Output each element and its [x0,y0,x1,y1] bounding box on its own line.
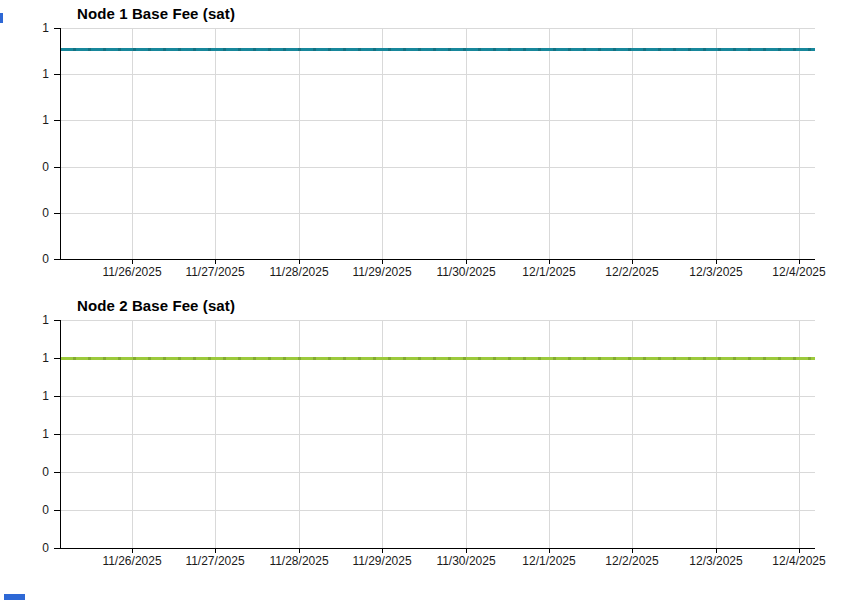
y-tick-label: 0 [19,207,49,219]
chart-title-node1: Node 1 Base Fee (sat) [77,5,235,22]
plot-area-node2: 111100011/26/202511/27/202511/28/202511/… [60,320,815,549]
series-line-node1 [61,48,815,51]
x-tick-label: 11/29/2025 [340,265,424,279]
h-gridline [61,510,815,511]
x-tick-mark [716,259,717,264]
h-gridline [61,120,815,121]
h-gridline [61,74,815,75]
h-gridline [61,320,815,321]
h-gridline [61,472,815,473]
x-tick-label: 12/1/2025 [507,265,591,279]
v-gridline [466,320,467,548]
y-tick-mark [54,396,60,397]
y-tick-mark [54,510,60,511]
v-gridline [132,28,133,259]
x-tick-label: 12/4/2025 [757,554,841,568]
y-tick-mark [54,548,60,549]
x-tick-label: 11/26/2025 [90,265,174,279]
h-gridline [61,28,815,29]
x-tick-label: 12/4/2025 [757,265,841,279]
v-gridline [132,320,133,548]
v-gridline [215,28,216,259]
x-tick-mark [549,548,550,553]
x-tick-mark [466,259,467,264]
v-gridline [799,320,800,548]
x-tick-mark [799,548,800,553]
v-gridline [632,28,633,259]
v-gridline [382,28,383,259]
x-tick-mark [549,259,550,264]
x-tick-label: 11/30/2025 [424,554,508,568]
x-tick-label: 11/30/2025 [424,265,508,279]
x-tick-label: 11/29/2025 [340,554,424,568]
x-tick-label: 12/2/2025 [590,265,674,279]
v-gridline [299,28,300,259]
y-tick-label: 1 [19,390,49,402]
x-tick-mark [632,548,633,553]
v-gridline [716,28,717,259]
v-gridline [632,320,633,548]
y-tick-mark [54,358,60,359]
x-tick-mark [632,259,633,264]
y-tick-label: 1 [19,428,49,440]
y-tick-label: 0 [19,504,49,516]
x-tick-mark [215,548,216,553]
y-tick-mark [54,28,60,29]
plot-area-node1: 11100011/26/202511/27/202511/28/202511/2… [60,28,815,260]
y-tick-label: 0 [19,542,49,554]
x-tick-label: 12/2/2025 [590,554,674,568]
x-tick-mark [132,259,133,264]
h-gridline [61,167,815,168]
x-tick-mark [382,548,383,553]
blue-artifact-bottom-left [4,594,25,600]
y-tick-label: 1 [19,314,49,326]
blue-artifact-top-left [0,13,3,23]
x-tick-label: 11/26/2025 [90,554,174,568]
h-gridline [61,396,815,397]
x-tick-mark [466,548,467,553]
x-tick-mark [382,259,383,264]
x-tick-label: 12/3/2025 [674,554,758,568]
h-gridline [61,434,815,435]
y-tick-label: 1 [19,114,49,126]
v-gridline [299,320,300,548]
v-gridline [215,320,216,548]
y-tick-mark [54,320,60,321]
y-tick-mark [54,120,60,121]
y-tick-label: 0 [19,466,49,478]
y-tick-mark [54,434,60,435]
charts-page: Node 1 Base Fee (sat) 11100011/26/202511… [0,0,860,600]
x-tick-label: 12/1/2025 [507,554,591,568]
y-tick-label: 0 [19,161,49,173]
v-gridline [799,28,800,259]
y-tick-label: 1 [19,352,49,364]
y-tick-mark [54,74,60,75]
chart-title-node2: Node 2 Base Fee (sat) [77,297,235,314]
x-tick-mark [132,548,133,553]
y-tick-label: 0 [19,253,49,265]
x-tick-label: 11/28/2025 [257,554,341,568]
y-tick-mark [54,259,60,260]
y-tick-label: 1 [19,68,49,80]
y-tick-mark [54,167,60,168]
y-tick-mark [54,213,60,214]
x-tick-mark [299,259,300,264]
v-gridline [382,320,383,548]
x-tick-mark [799,259,800,264]
x-tick-mark [716,548,717,553]
v-gridline [549,320,550,548]
x-tick-label: 11/27/2025 [173,554,257,568]
x-tick-label: 11/28/2025 [257,265,341,279]
series-line-node2 [61,357,815,360]
x-tick-label: 11/27/2025 [173,265,257,279]
x-tick-mark [299,548,300,553]
y-tick-mark [54,472,60,473]
x-tick-label: 12/3/2025 [674,265,758,279]
v-gridline [549,28,550,259]
y-tick-label: 1 [19,22,49,34]
v-gridline [716,320,717,548]
x-tick-mark [215,259,216,264]
h-gridline [61,213,815,214]
v-gridline [466,28,467,259]
